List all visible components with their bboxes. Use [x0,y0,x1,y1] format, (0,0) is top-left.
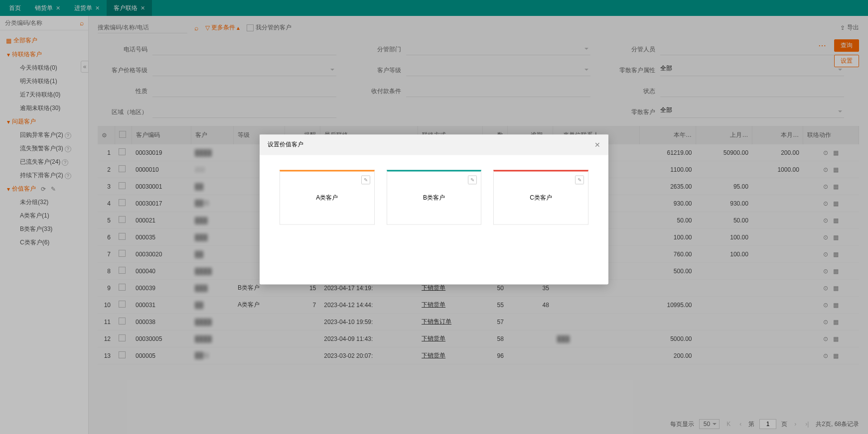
close-icon[interactable]: ✕ [594,141,600,149]
value-customer-modal: 设置价值客户 ✕ ✎A类客户 ✎B类客户 ✎C类客户 [260,134,608,284]
edit-icon[interactable]: ✎ [361,175,370,184]
card-c[interactable]: ✎C类客户 [493,170,588,224]
card-a[interactable]: ✎A类客户 [280,170,375,224]
modal-title: 设置价值客户 [268,140,303,149]
card-b[interactable]: ✎B类客户 [387,170,482,224]
edit-icon[interactable]: ✎ [575,175,584,184]
edit-icon[interactable]: ✎ [468,175,477,184]
